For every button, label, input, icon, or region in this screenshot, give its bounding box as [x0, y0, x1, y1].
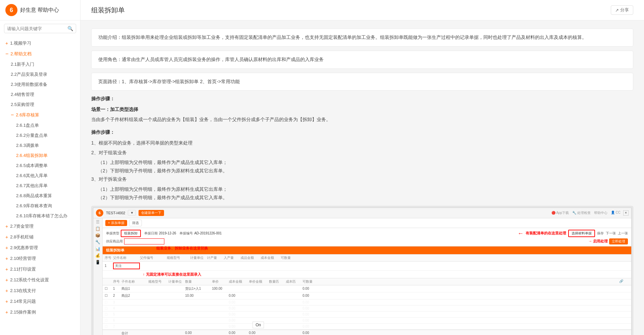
sidebar-item-2610[interactable]: 2.6.10库存账本错了怎么办	[0, 211, 80, 221]
mock-material-btn: 选择材料单据	[568, 230, 595, 237]
sidebar-item-label: 2.9优惠券管理	[10, 245, 38, 251]
share-button[interactable]: ↗ 分享	[611, 5, 633, 15]
sidebar-item-29[interactable]: + 2.9优惠券管理	[0, 242, 80, 253]
mock-company: TEST-H002	[106, 211, 125, 215]
sidebar-item-215[interactable]: + 2.15操作案例	[0, 307, 80, 318]
sidebar-item-211[interactable]: + 2.11打印设置	[0, 264, 80, 275]
sidebar-item-23[interactable]: 2.3使用前数据准备	[0, 79, 80, 90]
plus-icon: +	[5, 267, 8, 272]
mock-type-area: 组装拆卸单 组装业务、拆卸业务在这里切换	[103, 246, 631, 254]
sidebar-item-label: 2.12系统个性化设置	[10, 277, 49, 283]
sidebar-item-docs[interactable]: − 2.帮助文档	[0, 49, 80, 59]
mock-bottom-table: 序号 子件名称 规格型号 计量单位 数量 单价 成本金额 单价金额 数量匹	[103, 278, 631, 335]
sidebar-item-25[interactable]: 2.5采购管理	[0, 100, 80, 110]
role-text: 使用角色：通常由生产人员或库管人员完成拆装业务的操作，库管人员确认原材料的出库和…	[98, 57, 324, 62]
sidebar-item-268[interactable]: 2.6.8商品成本重算	[0, 191, 80, 201]
app-title: 好生意 帮助中心	[20, 7, 59, 14]
main-content: 组装拆卸单 ↗ 分享 功能介绍：组装拆卸单用来处理企业组装或拆卸等加工业务，支持…	[80, 0, 644, 335]
sidebar-item-label: 2.帮助文档	[10, 51, 32, 57]
sidebar-header: 6 好生意 帮助中心	[0, 0, 80, 20]
screenshot-container: 6 TEST-H002 ▼ 创建新单一下 🔴 App下载 🔧 处理检查 帮助中心…	[91, 206, 633, 335]
mock-top-table: 序号 父件名称 父件编号 规格型号 计量单位 计产量 入产量 成品金额 成本金额	[103, 254, 631, 271]
sidebar-item-label: 1.视频学习	[10, 40, 31, 46]
path-text: 页面路径：1、库存核算->库存管理->组装拆卸单 2、首页->常用功能	[98, 79, 240, 84]
sidebar-item-214[interactable]: + 2.14常见问题	[0, 296, 80, 307]
mock-toolbar: + 添加单据 筛选	[103, 218, 631, 228]
sidebar-item-269[interactable]: 2.6.9库存账本查询	[0, 201, 80, 211]
share-icon: ↗	[615, 8, 619, 13]
minus-icon: −	[5, 51, 8, 57]
steps-section-title: 操作步骤：	[91, 96, 633, 102]
plus-icon: +	[5, 41, 8, 46]
sidebar-item-28[interactable]: + 2.8手机旺铺	[0, 232, 80, 242]
step-2: 2、对于组装业务	[91, 149, 633, 157]
sidebar-item-label: 2.14常见问题	[10, 298, 36, 304]
mock-logo: 6	[96, 209, 103, 217]
mock-dropdown: ▼	[128, 210, 136, 216]
sidebar-item-video[interactable]: + 1.视频学习	[0, 38, 80, 49]
plus-icon: +	[5, 277, 8, 283]
sidebar-item-26[interactable]: − 2.6库存核算	[0, 110, 80, 120]
mock-close: ×	[623, 210, 629, 216]
plus-icon: +	[5, 245, 8, 250]
minus-icon: −	[11, 112, 14, 118]
scenario1-title: 场景一：加工类型选择	[91, 107, 633, 113]
scenario1-desc: 当由多个子件材料组装成一个成品的业务为【组装】业务，当由一个父件拆分成多个子产品…	[91, 115, 633, 124]
mock-row-1: ☐ 1 商品1 货以1+入1 100.00	[103, 285, 631, 292]
ops-steps-title: 操作步骤：	[91, 129, 633, 135]
sidebar-item-212[interactable]: + 2.12系统个性化设置	[0, 275, 80, 285]
plus-icon: +	[5, 299, 8, 304]
function-intro-text: 功能介绍：组装拆卸单用来处理企业组装或拆卸等加工业务，支持有固定装配清单的产品加…	[98, 35, 587, 40]
sidebar-item-262[interactable]: 2.6.2分量盘点单	[0, 130, 80, 141]
mock-row-4: ☐40.000.00	[103, 305, 631, 312]
mock-annotation-area: ↑ 无固定清单可以直接在这里面录入	[103, 271, 631, 278]
plus-icon: +	[5, 234, 8, 240]
sidebar-item-label: 2.11打印设置	[10, 266, 36, 272]
sidebar-item-label: 2.8手机旺铺	[10, 234, 34, 240]
sidebar-item-261[interactable]: 2.6.1盘点单	[0, 120, 80, 130]
step-2-2: （2）下部明细为子件明细，最终作为原材料生成其它出库单。	[91, 167, 633, 175]
mock-sidebar-icons: ☰📋📦🔧📊💰📱	[93, 218, 103, 335]
mock-new-btn: 创建新单一下	[139, 210, 164, 216]
mock-row-6: ☐60.000.00	[103, 318, 631, 324]
mock-topbar-icons: 🔴 App下载 🔧 处理检查 帮助中心 👤 CC	[551, 211, 621, 215]
sidebar-item-265[interactable]: 2.6.5成本调整单	[0, 161, 80, 171]
sidebar-item-label: 2.13在线支付	[10, 288, 36, 294]
sidebar: 6 好生意 帮助中心 🔍 + 1.视频学习 − 2.帮助文档 2.1新手入门 2…	[0, 0, 80, 335]
mock-add-btn: + 添加单据	[105, 220, 127, 226]
mock-parent-name: 关注	[113, 263, 140, 269]
sidebar-item-213[interactable]: + 2.13在线支付	[0, 285, 80, 296]
sidebar-item-21[interactable]: 2.1新手入门	[0, 59, 80, 69]
sidebar-item-263[interactable]: 2.6.3调拨单	[0, 141, 80, 151]
mock-row-7: ☐70.000.00	[103, 324, 631, 330]
sidebar-item-266[interactable]: 2.6.6其他入库单	[0, 171, 80, 181]
step-3-2: （2）下部明细为子件明细，最终作为产成品生成其它入库单。	[91, 193, 633, 202]
path-box: 页面路径：1、库存核算->库存管理->组装拆卸单 2、首页->常用功能	[91, 73, 633, 91]
content-area: 功能介绍：组装拆卸单用来处理企业组装或拆卸等加工业务，支持有固定装配清单的产品加…	[80, 20, 644, 335]
plus-icon: +	[5, 256, 8, 261]
nav-section: + 1.视频学习 − 2.帮助文档 2.1新手入门 2.2产品安装及登录 2.3…	[0, 37, 80, 319]
function-intro-box: 功能介绍：组装拆卸单用来处理企业组装或拆卸等加工业务，支持有固定装配清单的产品加…	[91, 29, 633, 47]
step-2-1: （1）上部明细为父件明细，最终作为产成品生成其它入库单；	[91, 158, 633, 167]
on-label: On	[253, 322, 264, 328]
mock-enable-btn: 立即处理	[609, 238, 628, 244]
mock-footer: 合计 0.00 0.00 0.00 0.00	[103, 330, 631, 335]
sidebar-item-24[interactable]: 2.4销售管理	[0, 90, 80, 100]
mock-filter-btn: 筛选	[129, 220, 142, 226]
sidebar-item-label: 2.15操作案例	[10, 309, 36, 315]
sidebar-item-210[interactable]: + 2.10经营管理	[0, 253, 80, 264]
plus-icon: +	[5, 310, 8, 315]
search-box[interactable]: 🔍	[4, 24, 76, 33]
mock-supplier-input	[124, 238, 164, 244]
sidebar-item-22[interactable]: 2.2产品安装及登录	[0, 69, 80, 79]
sidebar-item-label: 2.6库存核算	[16, 112, 39, 118]
sidebar-item-264[interactable]: 2.6.4组装拆卸单	[0, 151, 80, 161]
step-3-1: （1）上部明细为父件明细，最终作为原材料生成其它出库单；	[91, 185, 633, 193]
search-input[interactable]	[7, 26, 67, 31]
page-title: 组装拆卸单	[91, 6, 125, 15]
mock-row-3: ☐30.000.00	[103, 299, 631, 305]
sidebar-item-267[interactable]: 2.6.7其他出库单	[0, 181, 80, 191]
plus-icon: +	[5, 224, 8, 229]
sidebar-item-27[interactable]: + 2.7资金管理	[0, 221, 80, 232]
sidebar-item-label: 2.10经营管理	[10, 256, 36, 262]
